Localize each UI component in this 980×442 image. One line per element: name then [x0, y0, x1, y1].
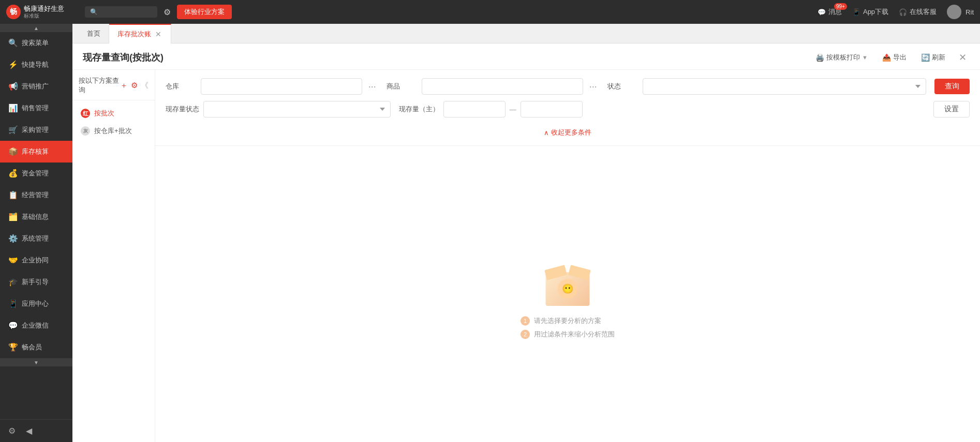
tab-batch[interactable]: 库存批次账 ✕ — [109, 24, 171, 43]
sidebar-item-newbie[interactable]: 🎓 新手引导 — [0, 271, 72, 293]
warehouse-dots[interactable]: ··· — [366, 81, 378, 92]
empty-hint-1: 1 请先选择要分析的方案 — [521, 316, 615, 326]
sidebar-item-marketing[interactable]: 📢 营销推广 — [0, 76, 72, 97]
left-filter-panel: 按以下方案查询 ＋ ⚙ 《 红 按批次 灰 按仓库+批次 — [72, 70, 155, 442]
user-item[interactable]: Rit — [947, 5, 974, 19]
query-button[interactable]: 查询 — [934, 79, 970, 94]
sidebar-item-system[interactable]: ⚙️ 系统管理 — [0, 228, 72, 249]
newbie-icon: 🎓 — [8, 277, 18, 287]
sidebar-settings-icon[interactable]: ⚙ — [8, 426, 16, 436]
sidebar-scroll-down[interactable]: ▼ — [0, 358, 72, 366]
empty-hints: 1 请先选择要分析的方案 2 用过滤条件来缩小分析范围 — [521, 316, 615, 339]
warehouse-field: 仓库 ··· — [166, 78, 378, 95]
filter-item-warehouse-batch-label: 按仓库+批次 — [94, 126, 132, 136]
sidebar-item-enterprise[interactable]: 🤝 企业协同 — [0, 249, 72, 271]
sidebar-item-search[interactable]: 🔍 搜索菜单 — [0, 32, 72, 54]
sidebar-item-wechat[interactable]: 💬 企业微信 — [0, 315, 72, 336]
qty-label: 现存量（主） — [399, 105, 439, 114]
filter-item-warehouse-batch[interactable]: 灰 按仓库+批次 — [72, 122, 155, 140]
system-icon: ⚙️ — [8, 234, 18, 243]
print-button[interactable]: 🖨️ 按模板打印 ▼ — [811, 51, 872, 64]
content-body: 按以下方案查询 ＋ ⚙ 《 红 按批次 灰 按仓库+批次 — [72, 70, 980, 442]
print-icon: 🖨️ — [815, 53, 824, 62]
export-button[interactable]: 📤 导出 — [878, 51, 911, 64]
add-scheme-icon[interactable]: ＋ — [120, 81, 128, 91]
basic-icon: 🗂️ — [8, 212, 18, 222]
warehouse-input[interactable] — [201, 78, 362, 95]
logo-area: 畅 畅康通好生意 标准版 — [6, 5, 79, 19]
sales-icon: 📊 — [8, 104, 18, 113]
sidebar-item-app-center[interactable]: 📱 应用中心 — [0, 293, 72, 315]
status-select[interactable] — [643, 78, 926, 95]
marketing-icon: 📢 — [8, 82, 18, 91]
inventory-status-select[interactable] — [203, 101, 391, 117]
empty-hint-2: 2 用过滤条件来缩小分析范围 — [521, 330, 615, 339]
page-close-button[interactable]: ✕ — [956, 51, 970, 64]
inventory-status-field: 现存量状态 — [166, 101, 391, 117]
print-dropdown-icon: ▼ — [862, 54, 868, 61]
search-menu-icon: 🔍 — [8, 38, 18, 48]
sidebar-item-label-operations: 经营管理 — [22, 190, 49, 200]
refresh-icon: 🔄 — [921, 53, 930, 62]
batch-scheme-icon: 红 — [81, 109, 90, 118]
sidebar-item-inventory[interactable]: 📦 库存核算 — [0, 141, 72, 163]
enterprise-icon: 🤝 — [8, 256, 18, 265]
inventory-icon: 📦 — [8, 147, 18, 156]
tab-home-label: 首页 — [87, 29, 100, 38]
filter-row-1: 仓库 ··· 商品 ··· 状态 — [166, 78, 970, 95]
collapse-more[interactable]: ∧ 收起更多条件 — [166, 124, 970, 137]
settings-area: 设置 — [632, 101, 970, 117]
tab-bar: 首页 库存批次账 ✕ — [72, 24, 980, 43]
app-download-item[interactable]: 📱 App下载 — [852, 7, 888, 17]
sidebar-item-purchase[interactable]: 🛒 采购管理 — [0, 119, 72, 141]
message-icon: 💬 — [818, 8, 826, 16]
sidebar-item-member[interactable]: 🏆 畅会员 — [0, 336, 72, 358]
qty-min-input[interactable] — [443, 101, 506, 117]
sidebar-item-finance[interactable]: 💰 资金管理 — [0, 163, 72, 184]
sidebar-item-label-app-center: 应用中心 — [22, 299, 49, 308]
top-header: 畅 畅康通好生意 标准版 🔍 ⚙ 体验行业方案 💬 消息 99+ 📱 App下载… — [0, 0, 980, 24]
experience-button[interactable]: 体验行业方案 — [177, 5, 232, 19]
sidebar-item-shortcut[interactable]: ⚡ 快捷导航 — [0, 54, 72, 76]
filter-row-2: 现存量状态 现存量（主） — — [166, 101, 970, 117]
scheme-settings-icon[interactable]: ⚙ — [131, 81, 138, 91]
left-filter-header: 按以下方案查询 ＋ ⚙ 《 — [72, 76, 155, 100]
qty-max-input[interactable] — [521, 101, 583, 117]
sidebar-collapse-icon[interactable]: ◀ — [26, 426, 32, 436]
product-label: 商品 — [387, 82, 418, 91]
status-label: 状态 — [607, 82, 639, 91]
sidebar-item-label-inventory: 库存核算 — [22, 147, 49, 156]
empty-state: 😶 1 请先选择要分析的方案 2 用过滤条件来缩小分析范围 — [521, 249, 615, 339]
sidebar-bottom: ⚙ ◀ — [0, 419, 72, 442]
refresh-button[interactable]: 🔄 刷新 — [917, 51, 949, 64]
product-input[interactable] — [422, 78, 583, 95]
sidebar-item-label-sales: 销售管理 — [22, 104, 49, 113]
purchase-icon: 🛒 — [8, 125, 18, 135]
search-input[interactable] — [101, 8, 153, 16]
sidebar-item-sales[interactable]: 📊 销售管理 — [0, 97, 72, 119]
sidebar-item-basic[interactable]: 🗂️ 基础信息 — [0, 206, 72, 228]
filter-panel: 仓库 ··· 商品 ··· 状态 — [155, 70, 980, 146]
sidebar-item-label-member: 畅会员 — [22, 343, 42, 352]
sidebar-scroll-up[interactable]: ▲ — [0, 24, 72, 32]
sidebar-item-label-marketing: 营销推广 — [22, 82, 49, 91]
sidebar-item-operations[interactable]: 📋 经营管理 — [0, 184, 72, 206]
filter-item-batch[interactable]: 红 按批次 — [72, 105, 155, 122]
online-service-item[interactable]: 🎧 在线客服 — [899, 7, 937, 17]
tab-batch-close[interactable]: ✕ — [154, 31, 162, 38]
gear-button[interactable]: ⚙ — [161, 5, 173, 19]
tab-home[interactable]: 首页 — [79, 24, 109, 43]
sidebar-item-label-basic: 基础信息 — [22, 212, 49, 222]
hint-2-text: 用过滤条件来缩小分析范围 — [534, 330, 615, 339]
product-dots[interactable]: ··· — [587, 81, 599, 92]
search-box[interactable]: 🔍 — [85, 6, 157, 18]
collapse-filter-icon[interactable]: 《 — [141, 81, 149, 91]
hint-2-num: 2 — [521, 330, 530, 339]
messages-item[interactable]: 💬 消息 99+ — [818, 7, 842, 17]
app-center-icon: 📱 — [8, 299, 18, 308]
qty-field: 现存量（主） — — [399, 101, 624, 117]
member-icon: 🏆 — [8, 343, 18, 352]
hint-1-text: 请先选择要分析的方案 — [534, 316, 601, 326]
box-face: 😶 — [558, 279, 577, 299]
settings-button[interactable]: 设置 — [933, 101, 970, 117]
